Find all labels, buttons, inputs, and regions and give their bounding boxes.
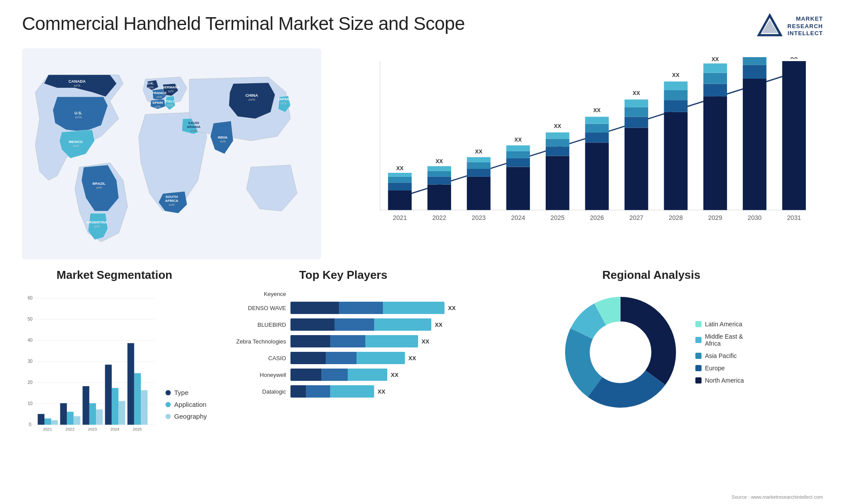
player-bar [290,385,374,398]
type-label: Type [174,389,189,396]
player-bar [290,335,418,347]
svg-rect-133 [134,373,141,425]
svg-text:2023: 2023 [88,427,97,431]
mea-color [695,337,702,343]
svg-text:ARABIA: ARABIA [187,125,200,129]
player-val: XX [391,372,398,378]
type-dot [165,390,171,395]
svg-rect-59 [506,158,530,167]
svg-text:xx%: xx% [75,115,81,119]
regional-content: Latin America Middle East &Africa Asia P… [480,291,823,414]
svg-rect-82 [664,112,688,210]
player-bar-container: XX [290,385,471,398]
bottom-section: Market Segmentation 0 10 20 30 40 50 60 [22,268,823,479]
svg-text:xx%: xx% [167,104,173,107]
svg-rect-130 [118,401,125,425]
svg-rect-40 [388,190,412,210]
svg-text:xx%: xx% [73,144,78,147]
svg-rect-122 [73,416,80,424]
player-val: XX [448,305,456,311]
svg-rect-126 [96,409,103,425]
bar-seg2 [339,302,383,314]
svg-text:U.K.: U.K. [147,81,154,85]
player-name: Datalogic [216,388,286,395]
svg-text:CANADA: CANADA [69,79,86,84]
main-chart-container: XX 2021 XX 2022 XX 2023 [330,48,823,259]
north-america-color [695,377,702,383]
svg-text:GERMANY: GERMANY [162,85,180,89]
legend-middle-east-africa: Middle East &Africa [695,333,744,347]
application-dot [165,402,171,407]
svg-text:SOUTH: SOUTH [165,195,178,199]
bar-seg3 [374,318,431,331]
svg-rect-117 [44,418,51,424]
svg-text:FRANCE: FRANCE [152,91,167,95]
bar-seg3 [365,335,418,347]
svg-rect-84 [664,90,688,100]
svg-point-142 [591,323,650,382]
key-players-panel: Top Key Players Keyence DENSO WAVE [216,268,471,479]
donut-chart [559,291,682,414]
svg-text:2023: 2023 [472,214,486,221]
mea-label: Middle East &Africa [705,333,743,347]
geography-dot [165,414,171,419]
svg-text:xx%: xx% [96,186,102,189]
player-bar [290,302,445,314]
svg-text:XX: XX [554,123,561,129]
svg-rect-54 [467,162,491,169]
svg-text:MEXICO: MEXICO [69,140,83,144]
svg-text:xx%: xx% [154,105,160,108]
segmentation-chart: 0 10 20 30 40 50 60 [22,291,207,433]
main-container: Commercial Handheld Terminal Market Size… [0,0,845,504]
player-row: CASIO XX [216,352,471,364]
svg-rect-88 [703,96,727,210]
player-bar-container: XX [290,335,471,347]
svg-rect-83 [664,100,688,112]
svg-rect-64 [546,156,569,210]
bar-seg1 [290,335,330,347]
svg-rect-70 [585,142,609,210]
segmentation-panel: Market Segmentation 0 10 20 30 40 50 60 [22,268,207,479]
bar-seg2 [334,318,374,331]
svg-text:10: 10 [28,401,33,406]
svg-rect-121 [67,412,73,425]
player-bar-container: XX [290,369,471,381]
player-bar-container: XX [290,352,471,364]
legend-latin-america: Latin America [695,321,744,328]
player-row: Zebra Technologies XX [216,335,471,347]
svg-rect-90 [703,73,727,84]
map-container: CANADA xx% U.S. xx% MEXICO xx% BRAZIL xx… [22,48,321,259]
logo-icon [757,13,783,40]
svg-text:2030: 2030 [748,214,762,221]
svg-text:BRAZIL: BRAZIL [92,182,105,186]
svg-rect-77 [625,117,648,128]
svg-text:2025: 2025 [551,214,565,221]
bar-seg3 [383,302,445,314]
svg-text:SAUDI: SAUDI [188,121,199,125]
regional-legend: Latin America Middle East &Africa Asia P… [695,321,744,384]
apac-color [695,353,702,359]
svg-rect-132 [128,343,134,425]
svg-text:XX: XX [475,149,482,155]
svg-text:XX: XX [712,57,719,62]
svg-text:xx%: xx% [168,90,173,93]
svg-rect-76 [625,128,648,210]
svg-text:xx%: xx% [94,225,99,228]
svg-text:ITALY: ITALY [165,99,175,103]
bar-seg1 [290,385,306,398]
logo-container: MARKET RESEARCH INTELLECT [757,13,823,40]
legend-type: Type [165,389,207,396]
header: Commercial Handheld Terminal Market Size… [22,13,823,40]
svg-text:ARGENTINA: ARGENTINA [86,220,107,224]
svg-rect-85 [664,81,688,90]
svg-rect-128 [105,365,112,425]
svg-text:XX: XX [633,90,640,96]
player-bar [290,369,387,381]
svg-text:xx%: xx% [280,102,286,105]
svg-text:2026: 2026 [590,214,604,221]
player-name: Keyence [216,291,286,297]
svg-rect-95 [743,65,767,79]
player-val: XX [408,355,416,362]
svg-text:xx%: xx% [156,95,162,99]
svg-rect-61 [506,146,530,151]
